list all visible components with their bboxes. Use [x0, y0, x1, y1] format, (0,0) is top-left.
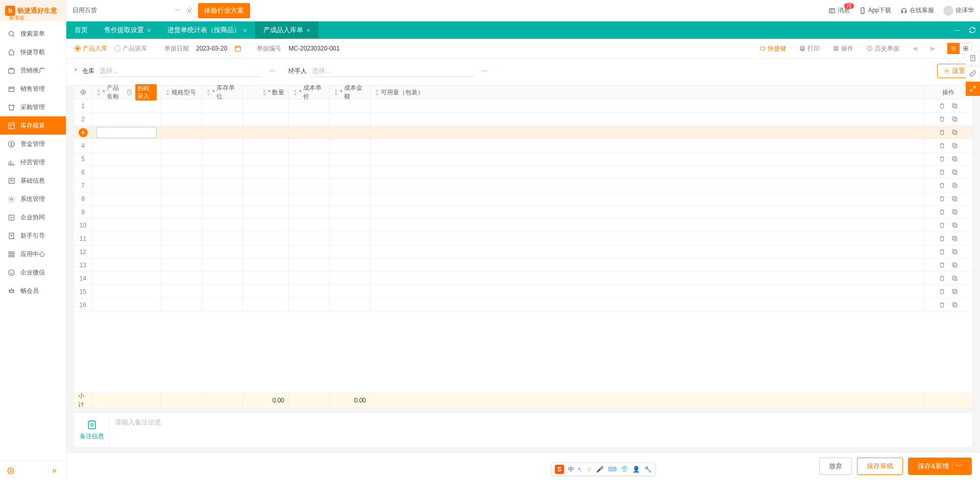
col-available[interactable]: ▲▼可用量（包装）: [371, 86, 924, 99]
calendar-icon[interactable]: [234, 45, 241, 52]
table-row[interactable]: 16: [74, 298, 972, 312]
delete-row-icon[interactable]: [939, 103, 945, 109]
delete-row-icon[interactable]: [939, 288, 945, 295]
copy-row-icon[interactable]: [951, 103, 958, 109]
delete-row-icon[interactable]: [939, 222, 945, 229]
shortcut-button[interactable]: 快捷键: [760, 44, 786, 53]
ime-keyboard-icon[interactable]: ⌨: [608, 466, 617, 473]
delete-row-icon[interactable]: [939, 275, 945, 282]
delete-row-icon[interactable]: [939, 262, 945, 268]
save-new-button[interactable]: 保存&新增 ﹀: [908, 458, 972, 475]
column-settings-icon[interactable]: [74, 86, 92, 99]
warehouse-input[interactable]: [99, 65, 262, 77]
sidebar-item-8[interactable]: 基础信息: [0, 171, 66, 190]
sidebar-item-7[interactable]: 经营管理: [0, 153, 66, 171]
remarks-input[interactable]: [110, 413, 972, 447]
table-row[interactable]: 12: [74, 245, 972, 259]
sidebar-item-6[interactable]: 资金管理: [0, 135, 66, 153]
handler-more-icon[interactable]: ⋯: [481, 67, 487, 74]
radio-product-out[interactable]: 产品退库: [114, 44, 147, 53]
view-list-icon[interactable]: [947, 43, 960, 54]
copy-row-icon[interactable]: [951, 275, 958, 282]
chevron-down-icon[interactable]: ﹀: [175, 6, 181, 15]
close-icon[interactable]: ×: [147, 27, 151, 34]
delete-row-icon[interactable]: [939, 182, 945, 189]
support-button[interactable]: 在线客服: [900, 6, 934, 15]
table-row[interactable]: +: [74, 126, 972, 139]
delete-row-icon[interactable]: [939, 142, 945, 149]
copy-row-icon[interactable]: [951, 142, 958, 149]
rail-note-icon[interactable]: [966, 51, 980, 65]
doc-date-value[interactable]: 2023-03-20: [196, 45, 227, 52]
copy-row-icon[interactable]: [951, 248, 958, 255]
delete-row-icon[interactable]: [939, 129, 945, 136]
warehouse-more-icon[interactable]: ⋯: [269, 67, 275, 74]
ime-toolbar[interactable]: S 中 •‚ ☺ 🎤 ⌨ 👕 👤 🔧: [551, 463, 655, 476]
sidebar-item-0[interactable]: 搜索菜单: [0, 24, 66, 43]
table-row[interactable]: 11: [74, 232, 972, 245]
table-row[interactable]: 13: [74, 259, 972, 272]
print-button[interactable]: 打印: [799, 44, 820, 53]
copy-row-icon[interactable]: [951, 235, 958, 242]
copy-row-icon[interactable]: [951, 209, 958, 215]
col-product-name[interactable]: ▲▼*产品名称? 扫码录入: [92, 86, 161, 99]
sidebar-item-4[interactable]: 采购管理: [0, 98, 66, 116]
copy-row-icon[interactable]: [951, 182, 958, 189]
col-amount[interactable]: ▲▼*成本金额: [330, 86, 371, 99]
table-row[interactable]: 15: [74, 285, 972, 298]
delete-row-icon[interactable]: [939, 156, 945, 162]
collapse-icon[interactable]: [52, 467, 59, 474]
tab-0[interactable]: 首页: [66, 21, 96, 39]
delete-row-icon[interactable]: [939, 195, 945, 202]
close-icon[interactable]: ×: [243, 27, 248, 34]
table-row[interactable]: 8: [74, 192, 972, 206]
sidebar-item-5[interactable]: 库存核算: [0, 116, 66, 135]
copy-row-icon[interactable]: [951, 156, 958, 162]
delete-row-icon[interactable]: [939, 169, 945, 175]
col-qty[interactable]: ▲▼*数量: [243, 86, 289, 99]
save-draft-button[interactable]: 保存草稿: [857, 458, 903, 475]
table-row[interactable]: 1: [74, 99, 972, 113]
rail-expand-icon[interactable]: [966, 82, 980, 96]
discard-button[interactable]: 放弃: [819, 458, 852, 475]
copy-row-icon[interactable]: [951, 129, 958, 136]
table-row[interactable]: 5: [74, 153, 972, 166]
table-row[interactable]: 6: [74, 166, 972, 179]
copy-row-icon[interactable]: [951, 169, 958, 175]
ime-skin-icon[interactable]: 👕: [621, 466, 628, 473]
tab-3[interactable]: 产成品入库单×: [255, 21, 318, 39]
scan-entry-chip[interactable]: 扫码录入: [135, 84, 157, 100]
prev-doc[interactable]: ◀: [913, 45, 917, 52]
user-menu[interactable]: 徐泽华: [943, 6, 974, 16]
ime-lang[interactable]: 中: [568, 465, 574, 474]
tab-1[interactable]: 售价提取设置×: [96, 21, 159, 39]
copy-row-icon[interactable]: [951, 288, 958, 295]
ime-punct-icon[interactable]: •‚: [578, 466, 582, 473]
ime-user-icon[interactable]: 👤: [632, 466, 640, 473]
sidebar-item-10[interactable]: 企业协同: [0, 208, 66, 226]
settings-icon[interactable]: [7, 467, 14, 474]
sidebar-item-3[interactable]: 销售管理: [0, 80, 66, 98]
chevron-down-icon[interactable]: ﹀: [952, 462, 962, 471]
gear-icon[interactable]: [186, 7, 193, 14]
tabs-minimize[interactable]: —: [949, 21, 965, 39]
next-doc[interactable]: ▶: [930, 45, 935, 52]
copy-row-icon[interactable]: [951, 195, 958, 202]
col-spec[interactable]: ▲▼规格型号: [161, 86, 202, 99]
delete-row-icon[interactable]: [939, 301, 945, 308]
tab-2[interactable]: 进货单统计表（按商品）×: [159, 21, 256, 39]
app-download-button[interactable]: App下载: [859, 6, 891, 15]
messages-button[interactable]: 消息 70: [828, 6, 850, 15]
sidebar-item-1[interactable]: 快捷导航: [0, 43, 66, 61]
add-row-button[interactable]: +: [79, 128, 88, 137]
table-row[interactable]: 7: [74, 179, 972, 192]
delete-row-icon[interactable]: [939, 235, 945, 242]
copy-row-icon[interactable]: [951, 222, 958, 229]
col-price[interactable]: ▲▼*成本单价: [289, 86, 330, 99]
rail-link-icon[interactable]: [966, 66, 980, 81]
delete-row-icon[interactable]: [939, 209, 945, 215]
sidebar-item-2[interactable]: 营销推广: [0, 61, 66, 80]
col-unit[interactable]: ▲▼*库存单位: [202, 86, 243, 99]
operate-button[interactable]: 操作: [833, 44, 853, 53]
handler-input[interactable]: [311, 65, 474, 77]
